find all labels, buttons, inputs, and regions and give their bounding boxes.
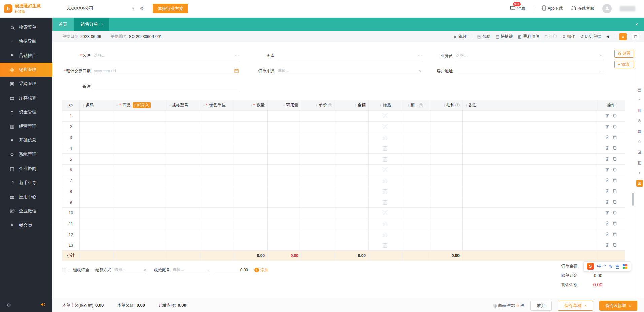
cell-qty[interactable]: [234, 132, 268, 143]
cell-price[interactable]: [301, 122, 335, 132]
cell-available[interactable]: [268, 175, 301, 186]
cell-barcode[interactable]: [80, 122, 113, 132]
tab-sales-order[interactable]: 销售订单×: [74, 18, 109, 31]
apps-icon[interactable]: ▦: [636, 128, 643, 135]
gift-checkbox[interactable]: [383, 222, 387, 226]
copy-icon[interactable]: ◪: [636, 149, 643, 155]
cell-profit[interactable]: [429, 143, 463, 154]
gift-checkbox[interactable]: [383, 136, 387, 140]
gift-checkbox[interactable]: [383, 211, 387, 215]
ime-mode[interactable]: 中: [597, 263, 601, 269]
cell-price[interactable]: [301, 240, 335, 251]
cell-unit[interactable]: [200, 197, 234, 208]
cell-remark[interactable]: [463, 240, 597, 251]
cell-product[interactable]: [113, 111, 166, 122]
cell-available[interactable]: [268, 122, 301, 132]
cell-profit[interactable]: [429, 165, 463, 175]
hotkeys-button[interactable]: ▤快捷键: [496, 34, 513, 39]
order-doc-icon[interactable]: ▤: [636, 86, 643, 93]
tab-home[interactable]: 首页: [52, 18, 74, 31]
cell-spec[interactable]: [166, 143, 200, 154]
cell-profit[interactable]: [429, 122, 463, 132]
col-header-pre[interactable]: ▲▼预...?: [402, 100, 429, 111]
gift-checkbox[interactable]: [383, 243, 387, 248]
operation-button[interactable]: ⚙操作: [562, 34, 575, 39]
cell-barcode[interactable]: [80, 132, 113, 143]
copy-icon[interactable]: [613, 178, 617, 183]
col-header-gift[interactable]: ▲▼赠品: [369, 100, 402, 111]
cell-barcode[interactable]: [80, 111, 113, 122]
salesman-input[interactable]: 选择...⋯: [456, 51, 604, 60]
cell-product[interactable]: [113, 143, 166, 154]
warehouse-input[interactable]: ⋯: [278, 51, 422, 60]
cell-price[interactable]: [301, 218, 335, 229]
cell-spec[interactable]: [166, 111, 200, 122]
cell-available[interactable]: [268, 229, 301, 240]
gift-checkbox[interactable]: [383, 179, 387, 183]
profit-estimate-button[interactable]: ◧毛利预估: [518, 34, 539, 39]
sidebar-item-sales-mgmt[interactable]: ◎销售管理: [0, 63, 52, 77]
collapse-left-icon[interactable]: ◀: [606, 34, 609, 39]
settle-method-select[interactable]: 选择...∨: [114, 266, 146, 274]
cell-remark[interactable]: [463, 229, 597, 240]
cell-pre[interactable]: [402, 122, 429, 132]
online-service-button[interactable]: 在线客服: [571, 6, 594, 12]
ime-punct-icon[interactable]: ”: [604, 264, 606, 269]
sort-icon[interactable]: ▲▼: [408, 104, 410, 107]
cell-spec[interactable]: [166, 240, 200, 251]
cell-product[interactable]: [113, 175, 166, 186]
gift-checkbox[interactable]: [383, 157, 387, 162]
calendar-icon[interactable]: [234, 69, 239, 73]
sort-icon[interactable]: ▲▼: [116, 104, 118, 107]
cell-unit[interactable]: [200, 229, 234, 240]
sogou-logo[interactable]: S: [587, 263, 594, 270]
add-icon[interactable]: ＋: [636, 170, 643, 176]
cell-spec[interactable]: [166, 186, 200, 197]
doc-date[interactable]: 2023-06-06: [80, 34, 101, 39]
copy-icon[interactable]: [613, 210, 617, 216]
ime-toolbox-icon[interactable]: [623, 264, 627, 269]
copy-icon[interactable]: [613, 200, 617, 205]
sidebar-item-enterprise-collab[interactable]: ◫企业协同: [0, 162, 52, 176]
cell-profit[interactable]: [429, 240, 463, 251]
ellipsis-picker-icon[interactable]: ⋯: [235, 53, 239, 58]
cell-barcode[interactable]: [80, 186, 113, 197]
cell-qty[interactable]: [234, 143, 268, 154]
cell-price[interactable]: [301, 143, 335, 154]
col-header-product[interactable]: ▲▼*商品扫码录入: [113, 100, 166, 111]
cell-pre[interactable]: [402, 240, 429, 251]
delivery-date-input[interactable]: yyyy-mm-dd: [94, 67, 239, 75]
save-and-new-button[interactable]: 保存&新增 ∧: [599, 301, 637, 311]
cell-remark[interactable]: [463, 208, 597, 218]
cell-price[interactable]: [301, 186, 335, 197]
sort-icon[interactable]: ▲▼: [354, 104, 357, 107]
cell-available[interactable]: [268, 154, 301, 165]
messages-button[interactable]: 99+ 消息: [510, 6, 526, 12]
cell-barcode[interactable]: [80, 154, 113, 165]
cell-remark[interactable]: [463, 132, 597, 143]
cell-pre[interactable]: [402, 165, 429, 175]
delete-icon[interactable]: [605, 232, 609, 237]
ellipsis-picker-icon[interactable]: ⋯: [205, 268, 209, 272]
gear-icon[interactable]: ⚙: [140, 6, 144, 12]
cell-amount[interactable]: [335, 240, 369, 251]
cell-price[interactable]: [301, 175, 335, 186]
cell-qty[interactable]: [234, 218, 268, 229]
sort-icon[interactable]: ▲▼: [465, 104, 467, 107]
settings-gear-icon[interactable]: ⚙: [7, 302, 11, 308]
settings-button[interactable]: ⚙设置: [614, 50, 634, 58]
cell-qty[interactable]: [234, 165, 268, 175]
cell-profit[interactable]: [429, 154, 463, 165]
grid-settings-gear-icon[interactable]: ⚙: [62, 100, 80, 111]
cell-unit[interactable]: [200, 208, 234, 218]
cell-product[interactable]: [113, 229, 166, 240]
cell-product[interactable]: [113, 132, 166, 143]
cell-pre[interactable]: [402, 111, 429, 122]
sidebar-item-enterprise-wechat[interactable]: ☏企业微信: [0, 204, 52, 218]
gift-checkbox[interactable]: [383, 233, 387, 237]
cell-available[interactable]: [268, 208, 301, 218]
cell-amount[interactable]: [335, 111, 369, 122]
cell-spec[interactable]: [166, 175, 200, 186]
cell-unit[interactable]: [200, 165, 234, 175]
copy-icon[interactable]: [613, 221, 617, 227]
